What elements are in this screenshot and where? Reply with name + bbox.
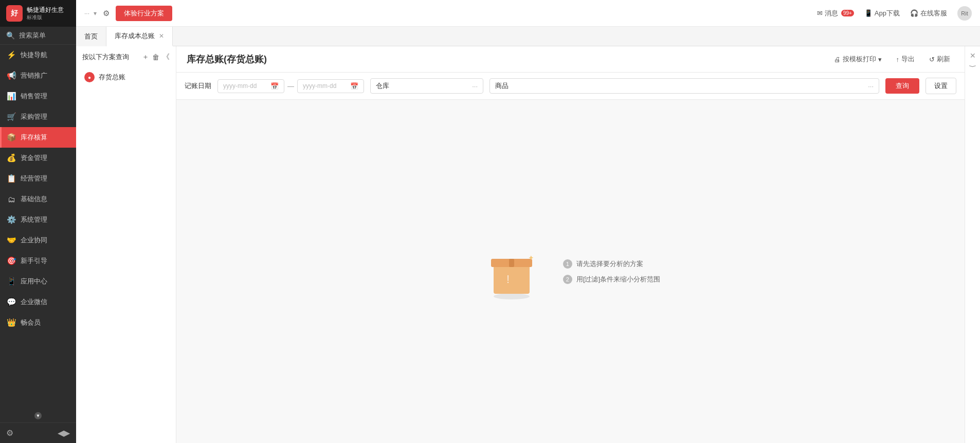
expand-icon[interactable]: ⟩ bbox=[969, 65, 977, 67]
refresh-icon: ↺ bbox=[929, 56, 935, 63]
svg-point-0 bbox=[494, 293, 530, 299]
print-chevron-icon: ▾ bbox=[878, 56, 882, 63]
svg-rect-3 bbox=[509, 259, 514, 267]
filter-item-inventory-account[interactable]: ● 存货总账 bbox=[76, 67, 176, 87]
filter-header-label: 按以下方案查询 bbox=[82, 52, 129, 62]
date-separator: — bbox=[287, 82, 294, 90]
quick-nav-icon: ⚡ bbox=[6, 50, 16, 60]
messages-btn[interactable]: ✉ 消息 99+ bbox=[817, 9, 854, 18]
print-icon: 🖨 bbox=[834, 56, 841, 63]
sidebar-item-sales[interactable]: 📊 销售管理 bbox=[0, 86, 76, 107]
date-end-input[interactable]: yyyy-mm-dd 📅 bbox=[297, 79, 364, 93]
filter-delete-btn[interactable]: 🗑 bbox=[152, 53, 159, 61]
sidebar-scroll-down[interactable]: ▼ bbox=[34, 412, 42, 419]
avatar[interactable]: Rit bbox=[957, 6, 972, 21]
tab-home[interactable]: 首页 bbox=[76, 27, 106, 46]
sidebar-item-business[interactable]: 📋 经营管理 bbox=[0, 168, 76, 189]
page-header-actions: 🖨 按模板打印 ▾ ↑ 导出 ↺ 刷新 bbox=[830, 52, 955, 66]
empty-hint-1: 1 请先选择要分析的方案 bbox=[563, 259, 660, 269]
collapse-icon[interactable]: ◀▶ bbox=[58, 428, 70, 438]
filter-add-btn[interactable]: ＋ bbox=[142, 52, 149, 62]
date-range: yyyy-mm-dd 📅 — yyyy-mm-dd 📅 bbox=[217, 79, 364, 93]
service-icon: 🎧 bbox=[910, 9, 918, 17]
hint-num-2: 2 bbox=[563, 275, 572, 284]
sidebar-item-system[interactable]: ⚙️ 系统管理 bbox=[0, 209, 76, 230]
sidebar-item-purchase[interactable]: 🛒 采购管理 bbox=[0, 107, 76, 127]
empty-state: ✦ ! 1 请先选择要分析的方案 2 用[过滤]条件来缩小分析范围 bbox=[176, 100, 965, 443]
main-area: ··· ▾ ⚙ 体验行业方案 ✉ 消息 99+ 📱 App下载 🎧 在线客服 R… bbox=[76, 0, 980, 443]
sidebar-item-quick-nav[interactable]: ⚡ 快捷导航 bbox=[0, 45, 76, 65]
date-label: 记账日期 bbox=[185, 81, 211, 91]
filter-sidebar: 按以下方案查询 ＋ 🗑 《 ● 存货总账 bbox=[76, 46, 176, 443]
topbar: ··· ▾ ⚙ 体验行业方案 ✉ 消息 99+ 📱 App下载 🎧 在线客服 R… bbox=[76, 0, 980, 27]
empty-hint-2: 2 用[过滤]条件来缩小分析范围 bbox=[563, 275, 660, 284]
sales-icon: 📊 bbox=[6, 92, 16, 101]
print-template-btn[interactable]: 🖨 按模板打印 ▾ bbox=[830, 52, 886, 66]
filter-actions: ＋ 🗑 《 bbox=[142, 52, 170, 62]
phone-icon: 📱 bbox=[864, 9, 873, 17]
sidebar-nav: ⚡ 快捷导航 📢 营销推广 📊 销售管理 🛒 采购管理 📦 库存核算 💰 资金管… bbox=[0, 45, 76, 409]
hint-num-1: 1 bbox=[563, 259, 572, 269]
settings-icon[interactable]: ⚙ bbox=[6, 428, 13, 438]
business-icon: 📋 bbox=[6, 174, 16, 183]
tab-close-icon[interactable]: ✕ bbox=[159, 32, 164, 40]
date-start-input[interactable]: yyyy-mm-dd 📅 bbox=[217, 79, 284, 93]
sidebar-item-guide[interactable]: 🎯 新手引导 bbox=[0, 251, 76, 271]
breadcrumb-chevron: ▾ bbox=[94, 10, 97, 17]
close-icon[interactable]: ✕ bbox=[970, 51, 976, 60]
purchase-icon: 🛒 bbox=[6, 112, 16, 121]
calendar-start-icon: 📅 bbox=[270, 82, 279, 90]
sidebar-item-marketing[interactable]: 📢 营销推广 bbox=[0, 65, 76, 86]
query-setting-btn[interactable]: 设置 bbox=[925, 78, 956, 94]
tab-inventory-cost-label: 库存成本总账 bbox=[115, 31, 155, 41]
filter-item-icon: ● bbox=[84, 72, 95, 82]
filter-item-label: 存货总账 bbox=[99, 73, 125, 82]
svg-text:!: ! bbox=[506, 273, 510, 286]
sidebar-item-wechat[interactable]: 💬 企业微信 bbox=[0, 292, 76, 312]
query-search-btn[interactable]: 查询 bbox=[885, 78, 919, 94]
tabbar: 首页 库存成本总账 ✕ bbox=[76, 27, 980, 46]
calendar-end-icon: 📅 bbox=[350, 82, 358, 90]
guide-icon: 🎯 bbox=[6, 256, 16, 265]
online-service-btn[interactable]: 🎧 在线客服 bbox=[910, 9, 947, 18]
breadcrumb-text: ··· bbox=[84, 10, 89, 17]
sidebar-item-enterprise[interactable]: 🤝 企业协同 bbox=[0, 230, 76, 251]
sidebar-item-member[interactable]: 👑 畅会员 bbox=[0, 312, 76, 333]
sidebar-logo: 好 畅捷通好生意 标准版 bbox=[0, 0, 76, 27]
sidebar-item-apps[interactable]: 📱 应用中心 bbox=[0, 271, 76, 292]
apps-icon: 📱 bbox=[6, 277, 16, 286]
wechat-icon: 💬 bbox=[6, 297, 16, 307]
sidebar-item-inventory[interactable]: 📦 库存核算 bbox=[0, 127, 76, 148]
right-close-panel: ✕ ⟩ bbox=[965, 46, 980, 443]
topbar-nav: ··· ▾ ⚙ 体验行业方案 bbox=[84, 6, 813, 21]
sidebar-bottom: ⚙ ◀▶ bbox=[0, 422, 76, 443]
product-select[interactable]: 商品 ··· bbox=[489, 78, 879, 94]
app-download-btn[interactable]: 📱 App下载 bbox=[864, 9, 900, 18]
industry-btn[interactable]: 体验行业方案 bbox=[116, 6, 172, 21]
page-header: 库存总账(存货总账) 🖨 按模板打印 ▾ ↑ 导出 ↺ 刷新 bbox=[176, 46, 965, 73]
filter-collapse-btn[interactable]: 《 bbox=[162, 52, 170, 62]
tab-home-label: 首页 bbox=[84, 32, 98, 41]
export-btn[interactable]: ↑ 导出 bbox=[892, 52, 919, 66]
page-title: 库存总账(存货总账) bbox=[187, 53, 267, 65]
sidebar-item-finance[interactable]: 💰 资金管理 bbox=[0, 148, 76, 168]
content-area: 按以下方案查询 ＋ 🗑 《 ● 存货总账 库存总账(存货总账) 🖨 bbox=[76, 46, 980, 443]
app-name: 畅捷通好生意 标准版 bbox=[27, 6, 64, 21]
sidebar-item-basic[interactable]: 🗂 基础信息 bbox=[0, 189, 76, 209]
app-logo-icon: 好 bbox=[6, 5, 23, 22]
warehouse-more-icon: ··· bbox=[472, 82, 478, 90]
warehouse-select[interactable]: 仓库 ··· bbox=[370, 78, 483, 94]
breadcrumb: ··· bbox=[84, 10, 89, 17]
basic-icon: 🗂 bbox=[6, 195, 16, 204]
sidebar: 好 畅捷通好生意 标准版 🔍 搜索菜单 ⚡ 快捷导航 📢 营销推广 📊 销售管理… bbox=[0, 0, 76, 443]
tab-inventory-cost[interactable]: 库存成本总账 ✕ bbox=[106, 27, 173, 46]
search-icon: 🔍 bbox=[6, 31, 15, 40]
refresh-btn[interactable]: ↺ 刷新 bbox=[925, 52, 954, 66]
marketing-icon: 📢 bbox=[6, 71, 16, 80]
query-bar: 记账日期 yyyy-mm-dd 📅 — yyyy-mm-dd 📅 仓库 ··· bbox=[176, 73, 965, 100]
gear-icon[interactable]: ⚙ bbox=[101, 7, 112, 20]
empty-hints: 1 请先选择要分析的方案 2 用[过滤]条件来缩小分析范围 bbox=[563, 259, 660, 284]
sidebar-search[interactable]: 🔍 搜索菜单 bbox=[0, 27, 76, 45]
inventory-icon: 📦 bbox=[6, 133, 16, 142]
product-more-icon: ··· bbox=[868, 82, 874, 90]
